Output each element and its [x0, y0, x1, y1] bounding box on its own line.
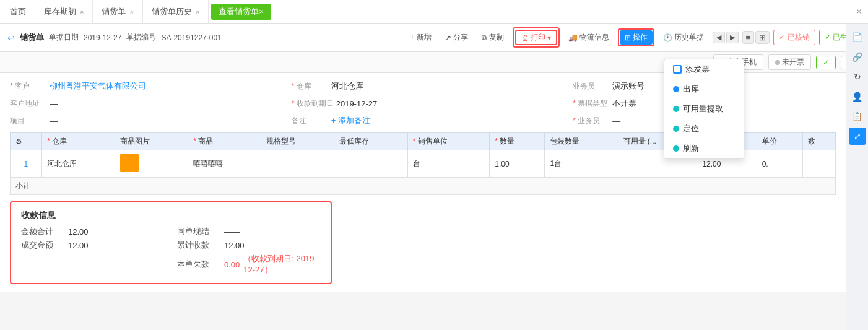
nav-arrows: ◀ ▶	[713, 32, 739, 43]
dropdown-refresh[interactable]: 刷新	[664, 139, 744, 158]
list-view-button[interactable]: ≡	[742, 31, 755, 44]
ops-button[interactable]: ⊞ 操作	[620, 30, 653, 45]
doc-date-value: 2019-12-27	[84, 33, 121, 42]
transaction-row: 成交金额 12.00	[21, 240, 165, 251]
remark-field: 备注 + 添加备注	[292, 115, 555, 126]
staff2-value: —	[610, 116, 623, 126]
history-icon: 🕐	[663, 33, 672, 42]
addr-label: 客户地址	[10, 98, 47, 109]
th-spec: 规格型号	[261, 133, 334, 150]
confirm-button[interactable]: ✓	[816, 56, 836, 69]
row-more	[803, 150, 836, 178]
th-product: 商品	[188, 133, 261, 150]
staff-label: 业务员	[573, 81, 610, 92]
print-highlight: 🖨 打印 ▾	[513, 27, 560, 48]
addr-field: 客户地址 —	[10, 98, 273, 109]
copy-icon: ⧉	[482, 33, 487, 42]
tab-sales-history[interactable]: 销货单历史 ×	[143, 0, 209, 24]
payment-grid: 金额合计 12.00 同单现结 —— 成交金额 12.00 累计收款 12.00	[21, 226, 321, 276]
staff-value: 演示账号	[610, 80, 647, 92]
tab-inventory[interactable]: 库存期初 ×	[35, 0, 93, 24]
share-button[interactable]: ↗ 分享	[440, 30, 473, 45]
cumulative-label: 累计收款	[177, 240, 220, 251]
next-button[interactable]: ▶	[726, 32, 739, 43]
row-no: 1	[11, 150, 42, 178]
row-img	[115, 150, 188, 178]
warehouse-field: 仓库 河北仓库	[292, 80, 555, 92]
tab-bar: 首页 库存期初 × 销货单 × 销货单历史 × 查看销货单 × ×	[0, 0, 868, 24]
share-icon: ↗	[445, 33, 451, 42]
grid-view-button[interactable]: ⊞	[755, 31, 770, 44]
ticket-label: 票据类型	[573, 98, 610, 109]
transaction-value: 12.00	[68, 241, 89, 250]
owe-row: 本单欠款 0.00 （收款到期日: 2019-12-27）	[177, 253, 321, 276]
doc-date-label: 单据日期	[49, 32, 79, 43]
payment-box: 收款信息 金额合计 12.00 同单现结 —— 成交金额 12.00 累计收款 …	[10, 201, 332, 284]
customer-label: 客户	[10, 81, 47, 92]
project-field: 项目 —	[10, 116, 273, 126]
history-button[interactable]: 🕐 历史单据	[658, 30, 709, 45]
print-button[interactable]: 🖨 打印 ▾	[515, 30, 557, 45]
right-sidebar: 📄 🔗 ↻ 👤 📋 ⤢	[846, 24, 868, 330]
project-label: 项目	[10, 116, 47, 126]
sold-button[interactable]: ✓ 已核销	[773, 30, 815, 45]
customer-value[interactable]: 柳州粤港平安气体有限公司	[47, 80, 149, 92]
sidebar-link-icon[interactable]: 🔗	[849, 48, 866, 66]
ops-highlight-box: ⊞ 操作	[618, 28, 654, 46]
dropdown-avail-extract[interactable]: 可用量提取	[664, 99, 744, 119]
doc-icon: ↩	[7, 33, 15, 43]
not-open-button[interactable]: 未开票	[768, 54, 811, 70]
row-qty: 1.00	[490, 150, 545, 178]
remark-label: 备注	[292, 116, 329, 126]
th-more: 数	[803, 133, 836, 150]
tab-view-sales-close[interactable]: ×	[259, 7, 264, 16]
row-unit: 台	[407, 150, 490, 178]
logistics-button[interactable]: 🚚 物流信息	[563, 30, 614, 45]
addr-value: —	[47, 99, 60, 108]
same-order-row: 同单现结 ——	[177, 226, 321, 237]
row-minstock	[334, 150, 407, 178]
remark-add[interactable]: + 添加备注	[329, 115, 373, 126]
sidebar-list-icon[interactable]: 📋	[849, 108, 866, 125]
dropdown-out-stock[interactable]: 出库	[664, 79, 744, 99]
ticket-value: 不开票	[610, 98, 639, 109]
view-icons: ≡ ⊞	[742, 31, 770, 44]
owe-label: 本单欠款	[177, 259, 220, 270]
row-packqty: 1台	[545, 150, 618, 178]
staff2-label: 业务员	[573, 116, 610, 126]
doc-title: 销货单	[20, 32, 44, 43]
due-label: 收款到期日	[292, 98, 334, 109]
notopen-dot	[775, 60, 780, 65]
total-value: 12.00	[68, 227, 89, 237]
new-button[interactable]: + 新增	[405, 30, 436, 45]
sidebar-expand-icon[interactable]: ⤢	[849, 128, 866, 145]
tab-view-sales[interactable]: 查看销货单 ×	[211, 4, 271, 20]
subtotal-row: 小计	[11, 178, 836, 195]
same-order-label: 同单现结	[177, 226, 220, 237]
print-dropdown-arrow[interactable]: ▾	[547, 33, 551, 42]
total-label: 金额合计	[21, 226, 64, 237]
th-packqty: 包装数量	[545, 133, 618, 150]
copy-button[interactable]: ⧉ 复制	[477, 30, 509, 45]
sidebar-doc-icon[interactable]: 📄	[849, 28, 866, 46]
dropdown-locate[interactable]: 定位	[664, 119, 744, 139]
row-price: 0.	[757, 150, 803, 178]
tab-sales-history-close[interactable]: ×	[196, 8, 199, 15]
doc-no-label: 单据编号	[126, 32, 156, 43]
th-qty: 数量	[490, 133, 545, 150]
tab-sales-close[interactable]: ×	[129, 8, 133, 15]
tab-inventory-close[interactable]: ×	[80, 8, 84, 15]
dropdown-add-invoice[interactable]: 添发票	[664, 59, 744, 79]
prev-button[interactable]: ◀	[713, 32, 725, 43]
tab-home[interactable]: 首页	[5, 0, 35, 24]
refresh-icon	[673, 145, 679, 152]
doc-no-value: SA-20191227-001	[161, 33, 221, 42]
locate-icon	[673, 126, 679, 132]
window-close-button[interactable]: ×	[856, 6, 862, 17]
sidebar-sync-icon[interactable]: ↻	[849, 68, 866, 85]
same-order-value: ——	[224, 227, 240, 237]
th-settings[interactable]: ⚙	[11, 133, 42, 150]
sidebar-user-icon[interactable]: 👤	[849, 88, 866, 105]
product-image	[120, 154, 139, 172]
tab-sales[interactable]: 销货单 ×	[93, 0, 142, 24]
